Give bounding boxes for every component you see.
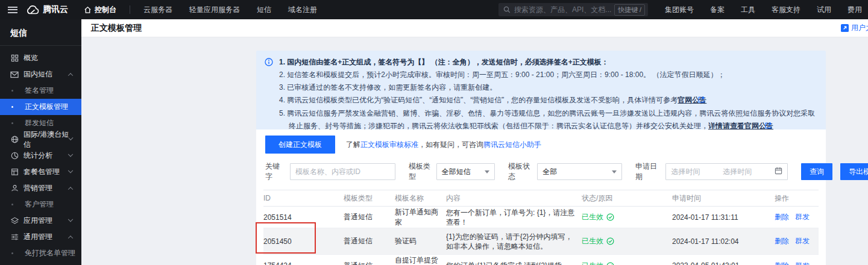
sidebar-item-app-mgmt[interactable]: 应用管理 xyxy=(0,213,81,229)
cell-content: 您的订单:{1}已备货完成,请到{2}提货。 xyxy=(446,261,582,265)
delete-link[interactable]: 删除 xyxy=(775,236,789,246)
global-search-input[interactable]: 搜索资源、产品、API、文档... 快捷键 / xyxy=(498,3,648,16)
export-template-button[interactable]: 导出模板 xyxy=(840,163,868,180)
check-circle-icon xyxy=(606,213,614,221)
date-label: 申请日期 xyxy=(635,161,660,182)
chevron-up-icon xyxy=(68,187,73,192)
table-row: 1754424 普通短信 自提订单提货提醒 您的订单:{1}已备货完成,请到{2… xyxy=(263,255,819,265)
sidebar-item-international-sms[interactable]: 国际/港澳台短信 xyxy=(0,131,81,148)
person-icon xyxy=(10,184,19,193)
bulk-send-link[interactable]: 群发 xyxy=(795,236,810,246)
search-placeholder: 搜索资源、产品、API、文档... xyxy=(514,5,614,15)
review-standard-link[interactable]: 正文模板审核标准 xyxy=(360,140,418,149)
sidebar-item-package-mgmt[interactable]: 套餐包管理 xyxy=(0,164,81,180)
hotkey-badge: 快捷键 / xyxy=(614,4,645,16)
chevron-up-icon xyxy=(68,235,73,240)
topbar-link-billing[interactable]: 费用 xyxy=(848,5,862,15)
create-template-button[interactable]: 创建正文模板 xyxy=(265,136,335,154)
table-header-row: ID 模板类型 模板名称 内容 状态/原因 申请时间 操作 xyxy=(263,190,819,207)
template-status-select[interactable]: 全部 xyxy=(537,163,622,180)
nav-item-sms[interactable]: 短信 xyxy=(257,5,271,15)
tencent-cloud-console: 腾讯云 控制台 云服务器 轻量应用服务器 短信 域名注册 搜索资源、产品、API… xyxy=(0,0,868,265)
page-header: 正文模板管理 用户之 xyxy=(81,19,868,37)
sidebar-item-statistics[interactable]: 统计分析 xyxy=(0,148,81,164)
hamburger-menu-icon[interactable] xyxy=(8,7,17,13)
bulk-send-link[interactable]: 群发 xyxy=(795,212,810,222)
cell-actions: 删除群发 xyxy=(775,236,819,246)
bulk-send-link[interactable]: 群发 xyxy=(795,261,810,265)
nav-item-cvm[interactable]: 云服务器 xyxy=(143,5,172,15)
pie-chart-icon xyxy=(10,152,19,160)
notice-banner: 1. 国内短信由签名+正文组成，签名符号为【】 （注：全角），发送短信时，必须选… xyxy=(256,51,826,139)
cell-content: 您有一个新订单，订单号为: {1}，请注意查看！ xyxy=(446,208,582,227)
dropdown-arrow-icon xyxy=(485,170,489,173)
chevron-down-icon xyxy=(68,167,73,172)
package-icon xyxy=(10,168,19,176)
chevron-up-icon xyxy=(68,73,73,78)
check-circle-icon xyxy=(606,262,614,265)
card-toolbar: 创建正文模板 了解正文模板审核标准，如有疑问，可咨询腾讯云短信小助手 xyxy=(263,136,819,154)
official-announcement-link[interactable]: 详情请查看官网公告 xyxy=(708,122,773,130)
layers-icon xyxy=(10,217,19,225)
filter-actions: 查询 导出模板 xyxy=(801,163,868,180)
query-button[interactable]: 查询 xyxy=(801,163,832,180)
sidebar-item-body-template-mgmt[interactable]: 正文模板管理 xyxy=(0,99,81,115)
chevron-down-icon xyxy=(68,151,73,156)
nav-item-domain[interactable]: 域名注册 xyxy=(288,5,317,15)
sidebar-item-unsubscribe-user-mgmt[interactable]: 退订用户管理 xyxy=(0,261,81,265)
cell-id: 2051514 xyxy=(263,213,344,222)
console-link[interactable]: 控制台 xyxy=(84,5,116,15)
col-header-type: 模板类型 xyxy=(344,193,395,204)
topbar-divider xyxy=(130,5,130,14)
topbar-link-trial[interactable]: 试用 xyxy=(817,5,831,15)
sidebar-item-general-mgmt[interactable]: 通用管理 xyxy=(0,229,81,245)
sidebar-item-dnd-list-mgmt[interactable]: 免打扰名单管理 xyxy=(0,245,81,261)
bullet-dot-icon xyxy=(11,106,13,108)
date-filter: 申请日期 选择时间 选择时间 xyxy=(635,161,788,182)
cell-status: 已生效 xyxy=(582,236,672,246)
calendar-icon xyxy=(775,167,782,176)
tencent-cloud-logo[interactable]: 腾讯云 xyxy=(26,4,68,15)
col-header-time: 申请时间 xyxy=(672,193,775,204)
sidebar-item-marketing-mgmt[interactable]: 营销管理 xyxy=(0,180,81,196)
delete-link[interactable]: 删除 xyxy=(775,261,789,265)
status-filter: 模板状态 全部 xyxy=(508,161,622,182)
sms-assistant-link[interactable]: 腾讯云短信小助手 xyxy=(483,140,541,149)
notice-line-3: 3. 已审核通过的签名不支持修改，如需更新签名内容，请重新创建。 xyxy=(279,81,816,94)
sidebar-item-signature-mgmt[interactable]: 签名管理 xyxy=(0,83,81,99)
date-start-placeholder: 选择时间 xyxy=(671,167,723,177)
sidebar-item-customer-mgmt[interactable]: 客户管理 xyxy=(0,196,81,213)
toolbar-hint: 了解正文模板审核标准，如有疑问，可咨询腾讯云短信小助手 xyxy=(346,140,541,150)
type-label: 模板类型 xyxy=(409,161,431,182)
template-table: ID 模板类型 模板名称 内容 状态/原因 申请时间 操作 2051514 普通… xyxy=(263,190,819,265)
topbar-links: 集团账号 备案 工具 客服支持 试用 费用 xyxy=(665,5,862,15)
keyword-input[interactable] xyxy=(290,163,395,180)
nav-item-lighthouse[interactable]: 轻量应用服务器 xyxy=(189,5,240,15)
brand-name: 腾讯云 xyxy=(43,4,68,15)
cell-status: 已生效 xyxy=(582,261,672,265)
notice-line-1: 1. 国内短信由签名+正文组成，签名符号为【】 （注：全角），发送短信时，必须选… xyxy=(279,56,816,69)
user-voice-link[interactable]: 用户之 xyxy=(841,23,868,33)
home-icon xyxy=(84,6,92,14)
cell-id: 2051450 xyxy=(263,237,344,246)
template-type-select[interactable]: 全部短信 xyxy=(436,163,495,180)
topbar-link-org-account[interactable]: 集团账号 xyxy=(665,5,694,15)
keyword-label: 关键字 xyxy=(265,161,285,182)
type-filter: 模板类型 全部短信 xyxy=(409,161,495,182)
template-card: 创建正文模板 了解正文模板审核标准，如有疑问，可咨询腾讯云短信小助手 关键字 模… xyxy=(256,129,826,265)
cell-type: 普通短信 xyxy=(344,236,395,246)
delete-link[interactable]: 删除 xyxy=(775,212,789,222)
topbar-nav: 云服务器 轻量应用服务器 短信 域名注册 xyxy=(143,5,317,15)
filter-bar: 关键字 模板类型 全部短信 模板状态 全部 xyxy=(263,161,819,182)
sidebar-item-domestic-sms[interactable]: 国内短信 xyxy=(0,66,81,83)
topbar-link-support[interactable]: 客服支持 xyxy=(772,5,800,15)
col-header-id: ID xyxy=(263,194,344,202)
notice-line-2: 2. 短信签名和模板提交后，预计2小时完成审核。审核时间：周一至周五：9:00 … xyxy=(279,69,816,81)
table-row-highlighted: 2051450 普通短信 验证码 {1}为您的验证码，请于{2}分钟内填写，如非… xyxy=(263,228,819,255)
topbar-link-icp[interactable]: 备案 xyxy=(710,5,725,15)
topbar-right: 搜索资源、产品、API、文档... 快捷键 / 集团账号 备案 工具 客服支持 … xyxy=(498,3,868,16)
date-range-picker[interactable]: 选择时间 选择时间 xyxy=(665,163,788,180)
col-header-actions: 操作 xyxy=(775,193,819,204)
sidebar-item-overview[interactable]: 概览 xyxy=(0,50,81,66)
topbar-link-tools[interactable]: 工具 xyxy=(741,5,755,15)
